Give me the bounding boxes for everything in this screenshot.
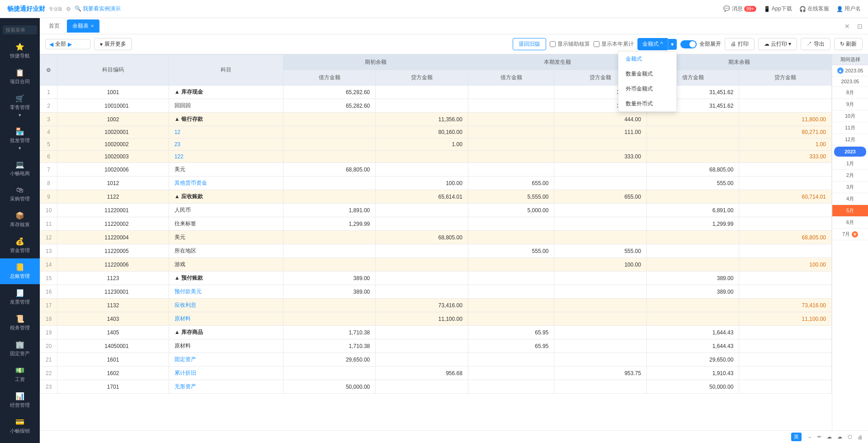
filter-back-icon[interactable]: ◀: [49, 41, 53, 48]
refresh-btn[interactable]: ↻ 刷新: [834, 38, 863, 50]
operations-icon: 📊: [15, 392, 24, 400]
current-debit-header: 借方金额: [468, 70, 554, 86]
sidebar-item-purchase[interactable]: 🛍 采购管理: [0, 181, 40, 207]
period-12[interactable]: 12月: [832, 134, 868, 146]
period-6[interactable]: 6月: [832, 217, 868, 229]
account-name-link[interactable]: 累计折旧: [175, 370, 196, 376]
search-input[interactable]: [3, 25, 37, 34]
back-history-btn[interactable]: 退回旧版: [513, 38, 546, 50]
account-name-link[interactable]: 应收利息: [175, 302, 196, 308]
amount-style-item-qty-amount[interactable]: 数量金额式: [618, 67, 676, 81]
window-close-btn[interactable]: ✕: [843, 22, 852, 31]
row-num: 6: [40, 151, 57, 163]
tab-balance[interactable]: 余额表 ✕: [67, 19, 99, 33]
status-icon-3[interactable]: ☁: [827, 434, 832, 440]
table-row: 23 1701 无形资产 50,000.00 50,000.00: [40, 380, 832, 394]
export-btn[interactable]: ↗ 导出: [801, 38, 830, 50]
ledger-icon: 📒: [15, 263, 24, 272]
amount-style-dropdown[interactable]: 金额式 ^ ▾ 金额式 数量金额式 外币金额式 数量外币式: [637, 38, 677, 50]
amount-style-arrow-btn[interactable]: ▾: [668, 39, 677, 50]
online-service-btn[interactable]: 🎧 在线客服: [799, 5, 829, 13]
amount-style-item-amount[interactable]: 金额式: [618, 52, 676, 67]
period-up-btn[interactable]: ▲: [837, 67, 844, 74]
account-name-link[interactable]: 其他货币资金: [175, 180, 207, 186]
table-settings-icon[interactable]: ⚙: [40, 55, 57, 86]
show-auxiliary-checkbox[interactable]: [550, 41, 556, 47]
sidebar-item-nav[interactable]: ⭐ 快捷导航: [0, 38, 40, 64]
amount-style-item-foreign[interactable]: 外币金额式: [618, 81, 676, 96]
period-2[interactable]: 2月: [832, 170, 868, 181]
cloud-print-btn[interactable]: ☁ 云打印 ▾: [758, 38, 797, 50]
period-3[interactable]: 3月: [832, 181, 868, 193]
sidebar-item-basic[interactable]: ℹ 基础信息: [0, 439, 40, 443]
tab-home[interactable]: 首页: [43, 19, 65, 33]
period-4[interactable]: 4月: [832, 193, 868, 205]
sidebar-item-finance[interactable]: 💰 资金管理: [0, 233, 40, 258]
status-icon-1[interactable]: →: [807, 434, 812, 440]
show-auxiliary-label[interactable]: 显示辅助核算: [550, 40, 590, 48]
sidebar-item-tax[interactable]: 📜 税务管理: [0, 310, 40, 336]
window-maximize-btn[interactable]: ⊡: [855, 22, 864, 31]
account-name-link[interactable]: 原材料: [175, 315, 191, 322]
period-5[interactable]: 5月: [832, 205, 868, 217]
status-icon-4[interactable]: ☁: [837, 434, 842, 440]
print-btn[interactable]: 🖨 打印: [725, 38, 754, 50]
amount-style-main-btn[interactable]: 金额式 ^: [637, 38, 668, 50]
status-icon-6[interactable]: 🖨: [858, 434, 863, 440]
toggle-label[interactable]: [680, 40, 697, 48]
account-name-link[interactable]: 122: [175, 153, 184, 160]
sidebar-item-assets[interactable]: 🏢 固定资产: [0, 336, 40, 362]
close-credit: 100.00: [739, 258, 832, 272]
status-icon-2[interactable]: ✏: [817, 434, 821, 440]
account-name-link[interactable]: 23: [175, 141, 180, 148]
account-name: ▲ 应收账款: [169, 190, 283, 204]
row-num: 20: [40, 339, 57, 353]
account-name: ▲ 银行存款: [169, 113, 283, 126]
sidebar-item-ledger[interactable]: 📒 总账管理: [0, 258, 40, 284]
filter-forward-icon[interactable]: ▶: [68, 41, 72, 48]
account-name-link[interactable]: 预付款美元: [175, 288, 202, 295]
period-9[interactable]: 9月: [832, 99, 868, 110]
sidebar-item-payroll[interactable]: 💵 工资: [0, 362, 40, 387]
account-name-link[interactable]: 固定资产: [175, 356, 196, 362]
notification-btn[interactable]: 💬 消息 99+: [723, 5, 756, 13]
sidebar-item-invoice[interactable]: 🧾 发票管理: [0, 284, 40, 310]
filter-input[interactable]: ◀ 全部 ▶: [45, 39, 90, 49]
table-row: 9 1122 ▲ 应收账款 65,614.01 5,555.00 655.00 …: [40, 190, 832, 204]
period-11[interactable]: 11月: [832, 122, 868, 134]
period-1[interactable]: 1月: [832, 158, 868, 170]
app-download-btn[interactable]: 📱 App下载: [764, 5, 792, 13]
expand-all-toggle[interactable]: 全部展开: [680, 40, 721, 48]
period-8[interactable]: 8月: [832, 87, 868, 99]
show-year-total-checkbox[interactable]: [594, 41, 599, 47]
row-num: 1: [40, 86, 57, 99]
cur-credit: 953.75: [554, 367, 647, 380]
sidebar-item-retail[interactable]: 🛒 零售管理 ▾: [0, 90, 40, 123]
period-year-end[interactable]: 2023.05: [832, 76, 868, 87]
status-icon-lang[interactable]: 英: [791, 433, 802, 441]
account-name-link[interactable]: 无形资产: [175, 383, 196, 390]
status-icon-5[interactable]: ⬡: [848, 434, 852, 440]
sidebar-item-ecommerce[interactable]: 💻 小畅电商: [0, 156, 40, 181]
sidebar-item-inventory[interactable]: 📦 库存核算: [0, 207, 40, 233]
settings-icon[interactable]: ⚙: [66, 6, 71, 12]
period-7[interactable]: 7月 ▼: [832, 229, 868, 240]
expand-more-btn[interactable]: ▾ 展开更多: [94, 38, 132, 50]
account-code: 1403: [57, 312, 169, 326]
sidebar-item-operations[interactable]: 📊 经营管理: [0, 387, 40, 413]
period-2023[interactable]: 2023: [834, 147, 866, 157]
period-year-start[interactable]: ▲ 2023.05: [832, 65, 868, 76]
user-avatar[interactable]: 👤 用户名: [836, 5, 861, 13]
demo-link[interactable]: 🔍 我要看实例演示: [75, 5, 121, 13]
period-down-btn[interactable]: ▼: [852, 231, 858, 238]
account-name-link[interactable]: 12: [175, 129, 180, 135]
sidebar-item-sales[interactable]: 💳 小畅报销: [0, 413, 40, 439]
sidebar-item-wholesale[interactable]: 🏪 批发管理 ▾: [0, 123, 40, 156]
payroll-icon: 💵: [15, 366, 24, 375]
show-year-total-label[interactable]: 显示本年累计: [594, 40, 634, 48]
tab-close-btn[interactable]: ✕: [90, 24, 94, 29]
sidebar-item-project[interactable]: 📋 项目合同: [0, 64, 40, 90]
period-10[interactable]: 10月: [832, 110, 868, 122]
amount-style-item-qty-foreign[interactable]: 数量外币式: [618, 96, 676, 111]
table-row: 22 1602 累计折旧 956.68 953.75 1,910.43: [40, 367, 832, 380]
